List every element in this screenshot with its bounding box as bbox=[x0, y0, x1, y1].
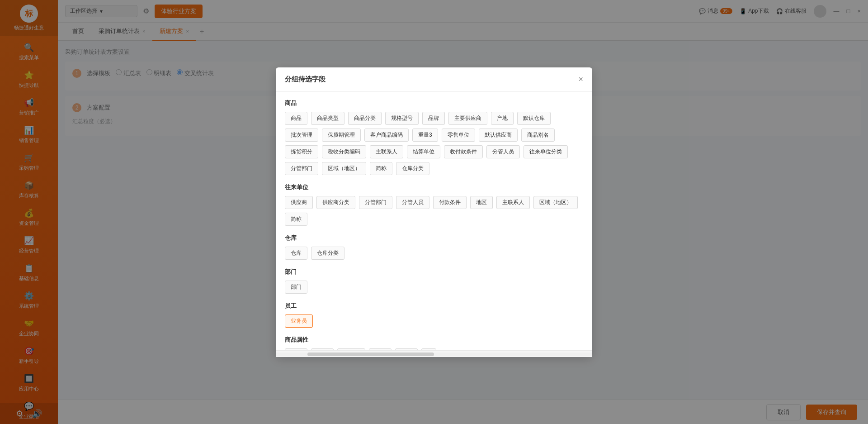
field-tag-g5[interactable]: 品牌 bbox=[422, 112, 445, 125]
modal-close-button[interactable]: × bbox=[578, 75, 583, 84]
section-employee-title: 员工 bbox=[285, 302, 583, 310]
field-tag-g7[interactable]: 产地 bbox=[491, 112, 514, 125]
field-tag-c4[interactable]: 分管人员 bbox=[396, 196, 429, 209]
section-product-attr: 商品属性 属性 颜色 多规格 尺码 鞋码 1 bbox=[285, 336, 583, 350]
field-tag-g19[interactable]: 结算单位 bbox=[407, 145, 440, 158]
field-tag-g22[interactable]: 往来单位分类 bbox=[524, 145, 568, 158]
field-tag-g15[interactable]: 商品别名 bbox=[521, 129, 555, 142]
section-department: 部门 部门 bbox=[285, 268, 583, 294]
field-tag-c3[interactable]: 分管部门 bbox=[359, 196, 392, 209]
field-tag-g9[interactable]: 批次管理 bbox=[285, 129, 318, 142]
field-tag-g18[interactable]: 主联系人 bbox=[370, 145, 403, 158]
field-tag-g13[interactable]: 零售单位 bbox=[442, 129, 475, 142]
section-department-title: 部门 bbox=[285, 268, 583, 276]
scroll-thumb[interactable] bbox=[307, 353, 434, 356]
field-tag-g6[interactable]: 主要供应商 bbox=[448, 112, 487, 125]
modal-horizontal-scrollbar[interactable] bbox=[276, 350, 592, 357]
modal-body[interactable]: 商品 商品 商品类型 商品分类 规格型号 品牌 主要供应商 产地 默认仓库 批次… bbox=[276, 92, 592, 350]
field-tag-g1[interactable]: 商品 bbox=[285, 112, 307, 125]
section-warehouse-title: 仓库 bbox=[285, 234, 583, 242]
field-tag-g16[interactable]: 拣货积分 bbox=[285, 145, 318, 158]
field-tag-g8[interactable]: 默认仓库 bbox=[517, 112, 551, 125]
section-goods-title: 商品 bbox=[285, 99, 583, 107]
field-tag-g20[interactable]: 收付款条件 bbox=[444, 145, 483, 158]
field-tag-g12[interactable]: 重量3 bbox=[412, 129, 438, 142]
field-tag-g2[interactable]: 商品类型 bbox=[311, 112, 344, 125]
field-tag-g21[interactable]: 分管人员 bbox=[486, 145, 520, 158]
section-counterpart-title: 往来单位 bbox=[285, 183, 583, 191]
section-warehouse: 仓库 仓库 仓库分类 bbox=[285, 234, 583, 260]
field-tag-c2[interactable]: 供应商分类 bbox=[316, 196, 355, 209]
field-tag-d1[interactable]: 部门 bbox=[285, 281, 307, 294]
field-tag-w1[interactable]: 仓库 bbox=[285, 247, 307, 260]
field-tag-c5[interactable]: 付款条件 bbox=[433, 196, 467, 209]
field-tag-c8[interactable]: 区域（地区） bbox=[533, 196, 578, 209]
modal-header: 分组待选字段 × bbox=[276, 67, 592, 92]
section-employee: 员工 业务员 bbox=[285, 302, 583, 328]
field-tag-c9[interactable]: 简称 bbox=[285, 213, 307, 226]
field-tag-w2[interactable]: 仓库分类 bbox=[311, 247, 344, 260]
field-select-modal: 分组待选字段 × 商品 商品 商品类型 商品分类 规格型号 品牌 主要供应商 产… bbox=[276, 67, 592, 357]
section-counterpart: 往来单位 供应商 供应商分类 分管部门 分管人员 付款条件 地区 主联系人 区域… bbox=[285, 183, 583, 226]
modal-title: 分组待选字段 bbox=[285, 75, 326, 84]
employee-field-grid: 业务员 bbox=[285, 314, 583, 328]
field-tag-g14[interactable]: 默认供应商 bbox=[479, 129, 518, 142]
field-tag-g3[interactable]: 商品分类 bbox=[348, 112, 382, 125]
field-tag-c6[interactable]: 地区 bbox=[470, 196, 493, 209]
field-tag-g4[interactable]: 规格型号 bbox=[385, 112, 419, 125]
field-tag-g25[interactable]: 简称 bbox=[370, 162, 392, 175]
field-tag-e1[interactable]: 业务员 bbox=[285, 314, 313, 328]
warehouse-field-grid: 仓库 仓库分类 bbox=[285, 247, 583, 260]
field-tag-g24[interactable]: 区域（地区） bbox=[322, 162, 366, 175]
field-tag-c1[interactable]: 供应商 bbox=[285, 196, 313, 209]
field-tag-g17[interactable]: 税收分类编码 bbox=[322, 145, 366, 158]
goods-field-grid: 商品 商品类型 商品分类 规格型号 品牌 主要供应商 产地 默认仓库 批次管理 … bbox=[285, 112, 583, 175]
field-tag-c7[interactable]: 主联系人 bbox=[496, 196, 530, 209]
department-field-grid: 部门 bbox=[285, 281, 583, 294]
section-goods: 商品 商品 商品类型 商品分类 规格型号 品牌 主要供应商 产地 默认仓库 批次… bbox=[285, 99, 583, 175]
field-tag-g10[interactable]: 保质期管理 bbox=[322, 129, 361, 142]
modal-overlay: 分组待选字段 × 商品 商品 商品类型 商品分类 规格型号 品牌 主要供应商 产… bbox=[0, 0, 868, 424]
field-tag-g11[interactable]: 客户商品编码 bbox=[364, 129, 409, 142]
scroll-track bbox=[276, 353, 592, 356]
field-tag-g23[interactable]: 分管部门 bbox=[285, 162, 318, 175]
counterpart-field-grid: 供应商 供应商分类 分管部门 分管人员 付款条件 地区 主联系人 区域（地区） … bbox=[285, 196, 583, 226]
section-product-attr-title: 商品属性 bbox=[285, 336, 583, 344]
field-tag-g26[interactable]: 仓库分类 bbox=[396, 162, 429, 175]
